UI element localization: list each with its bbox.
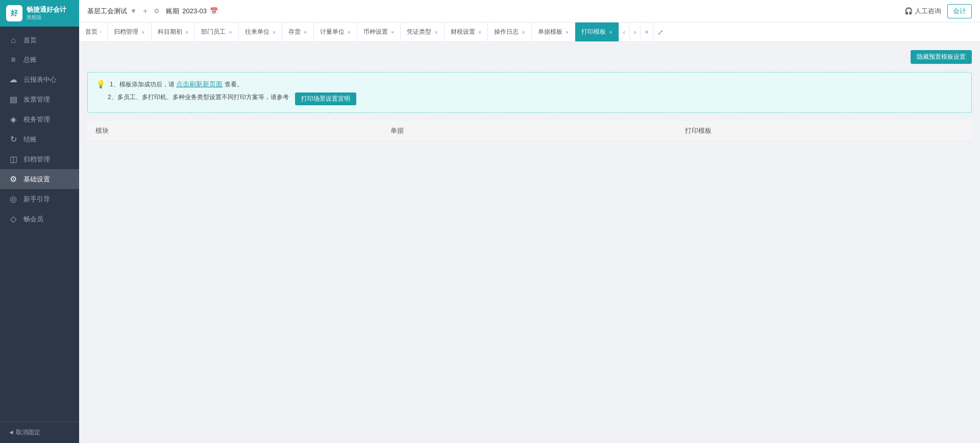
tab-currency[interactable]: 币种设置 × (357, 22, 401, 41)
sidebar-footer-unpin[interactable]: ◄ 取消固定 (0, 422, 79, 443)
tab-inventory-close[interactable]: × (304, 29, 307, 35)
tab-nav-prev[interactable]: ‹ (619, 22, 630, 41)
company-name: 基层工会测试 (87, 7, 127, 16)
tab-print-template[interactable]: 打印模板 × (575, 22, 619, 41)
notice-row-2: 2、多员工、多打印机、多种业务类型设置不同打印方案等，请参考 打印场景设置宣明 (96, 92, 963, 105)
tab-voucher-type[interactable]: 凭证类型 × (401, 22, 444, 41)
settings-icon: ⚙ (8, 174, 18, 184)
tab-single-form[interactable]: 单据模板 × (532, 22, 575, 41)
tab-tax-settings[interactable]: 财税设置 × (445, 22, 488, 41)
notice-line2-prefix: 2、多员工、多打印机、多种业务类型设置不同打印方案等，请参考 (108, 92, 289, 102)
tab-single-form-close[interactable]: × (566, 29, 569, 35)
notice-box: 💡 1、模板添加成功后，请 点击刷新新页面 查看。 2、多员工、多打印机、多种业… (87, 72, 972, 113)
help-button[interactable]: 🎧 人工咨询 (904, 7, 941, 16)
sidebar-item-guide[interactable]: ◎ 新手引导 (0, 189, 79, 209)
tab-print-template-label: 打印模板 (581, 28, 606, 36)
topbar-plus-icon[interactable]: + (143, 7, 148, 16)
sidebar-label-reports: 云报表中心 (23, 75, 57, 84)
home-icon: ⌂ (8, 36, 18, 45)
tab-inventory-label: 存货 (288, 28, 301, 36)
content-header: 隐藏预置模板设置 (87, 50, 972, 68)
cloud-icon: ☁ (8, 75, 18, 84)
sidebar-item-member[interactable]: ◇ 畅会员 (0, 209, 79, 229)
sidebar-item-settings[interactable]: ⚙ 基础设置 (0, 169, 79, 189)
dropdown-icon[interactable]: ▼ (130, 7, 137, 15)
sidebar-item-ledger[interactable]: ≡ 总账 (0, 50, 79, 69)
help-label: 人工咨询 (915, 7, 941, 16)
tab-unit-label: 计量单位 (320, 28, 345, 36)
tab-dept-label: 部门员工 (201, 28, 226, 36)
tab-dept[interactable]: 部门员工 × (195, 22, 238, 41)
notice-row-1: 💡 1、模板添加成功后，请 点击刷新新页面 查看。 (96, 80, 963, 89)
ledger-icon: ≡ (8, 55, 18, 64)
notice-line1-suffix: 查看。 (225, 81, 243, 88)
tax-icon: ◈ (8, 114, 18, 124)
col-voucher: 单据 (382, 121, 677, 141)
bulb-icon: 💡 (96, 80, 106, 89)
account-button[interactable]: 会计 (947, 4, 972, 18)
sidebar-label-guide: 新手引导 (23, 195, 50, 204)
tab-voucher-type-close[interactable]: × (434, 29, 437, 35)
hide-template-button[interactable]: 隐藏预置模板设置 (911, 50, 972, 64)
content-area: 隐藏预置模板设置 💡 1、模板添加成功后，请 点击刷新新页面 查看。 2、多员工… (79, 42, 980, 443)
guide-icon: ◎ (8, 194, 18, 204)
tab-print-template-close[interactable]: × (609, 29, 612, 35)
sidebar-item-archive[interactable]: ◫ 归档管理 (0, 149, 79, 169)
tab-inventory[interactable]: 存货 × (282, 22, 313, 41)
tab-operation-log-close[interactable]: × (522, 29, 525, 35)
sidebar-item-settlement[interactable]: ↻ 结账 (0, 129, 79, 149)
sidebar-item-invoice[interactable]: ▤ 发票管理 (0, 89, 79, 109)
tab-subject-close[interactable]: × (185, 29, 188, 35)
logo-text-block: 畅捷通好会计 旗舰版 (27, 6, 66, 21)
sidebar-item-home[interactable]: ⌂ 首页 (0, 31, 79, 50)
tabs-bar: 首页 ‹ 归档管理 × 科目期初 × 部门员工 × 往来单位 × 存货 × 计量… (79, 22, 980, 42)
main-area: 基层工会测试 ▼ + ⚙ 账期 2023-03 📅 🎧 人工咨询 会计 首页 ‹… (79, 0, 980, 443)
notice-line1: 1、模板添加成功后，请 点击刷新新页面 查看。 (110, 80, 243, 89)
tab-tax-settings-close[interactable]: × (478, 29, 481, 35)
tab-currency-close[interactable]: × (391, 29, 394, 35)
sidebar-label-tax: 税务管理 (23, 115, 50, 124)
tab-subject[interactable]: 科目期初 × (152, 22, 195, 41)
logo-icon: 好 (6, 5, 22, 21)
logo-title: 畅捷通好会计 (27, 6, 66, 14)
settlement-icon: ↻ (8, 134, 18, 144)
sidebar-label-archive: 归档管理 (23, 155, 50, 164)
tab-unit[interactable]: 计量单位 × (314, 22, 357, 41)
print-scene-button[interactable]: 打印场景设置宣明 (295, 92, 356, 105)
topbar: 基层工会测试 ▼ + ⚙ 账期 2023-03 📅 🎧 人工咨询 会计 (79, 0, 980, 22)
col-print-template: 打印模板 (677, 121, 972, 141)
tab-unit-close[interactable]: × (348, 29, 351, 35)
tab-nav-next[interactable]: › (630, 22, 641, 41)
tab-voucher-type-label: 凭证类型 (407, 28, 431, 36)
tab-home-label: 首页 (85, 28, 97, 36)
data-table: 模块 单据 打印模板 (87, 121, 972, 141)
tab-maximize[interactable]: ⤢ (653, 22, 668, 41)
calendar-icon[interactable]: 📅 (210, 7, 218, 15)
tab-partner[interactable]: 往来单位 × (239, 22, 282, 41)
logo-subtitle: 旗舰版 (27, 14, 66, 21)
sidebar-nav: ⌂ 首页 ≡ 总账 ☁ 云报表中心 ▤ 发票管理 ◈ 税务管理 ↻ 结账 ◫ 归… (0, 27, 79, 422)
sidebar-item-tax[interactable]: ◈ 税务管理 (0, 109, 79, 129)
tab-home[interactable]: 首页 ‹ (79, 22, 108, 41)
tab-dept-close[interactable]: × (229, 29, 232, 35)
sidebar-item-reports[interactable]: ☁ 云报表中心 (0, 69, 79, 89)
topbar-gear-icon[interactable]: ⚙ (154, 7, 160, 15)
tab-partner-label: 往来单位 (245, 28, 270, 36)
tab-home-arrow: ‹ (100, 29, 101, 35)
tab-operation-log[interactable]: 操作日志 × (488, 22, 531, 41)
tab-subject-label: 科目期初 (158, 28, 182, 36)
notice-line1-prefix: 1、模板添加成功后，请 (110, 81, 175, 88)
tab-operation-log-label: 操作日志 (494, 28, 519, 36)
tab-single-form-label: 单据模板 (538, 28, 562, 36)
tab-archive-close[interactable]: × (141, 29, 144, 35)
sidebar-label-member: 畅会员 (23, 215, 43, 224)
tab-archive[interactable]: 归档管理 × (108, 22, 151, 41)
sidebar-label-invoice: 发票管理 (23, 95, 50, 104)
tab-partner-close[interactable]: × (273, 29, 276, 35)
sidebar-label-ledger: 总账 (23, 55, 37, 64)
headset-icon: 🎧 (904, 7, 913, 15)
unpin-label: ◄ 取消固定 (8, 428, 40, 437)
notice-line1-link[interactable]: 点击刷新新页面 (176, 80, 223, 88)
tab-close-all[interactable]: × (641, 22, 653, 41)
sidebar-label-settings: 基础设置 (23, 175, 50, 184)
